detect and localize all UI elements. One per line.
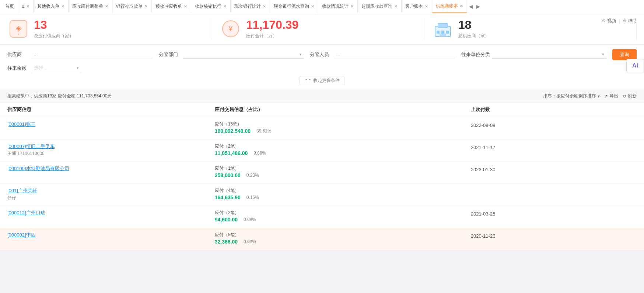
close-icon[interactable]: ✕ [394, 4, 398, 9]
nav-tab-customer[interactable]: 客户账本 ✕ [402, 0, 432, 13]
person-label: 分管人员 [310, 51, 332, 58]
nav-tab-cash-bank-stats[interactable]: 现金银行统计 ✕ [231, 0, 270, 13]
dept-label: 分管部门 [159, 51, 181, 58]
trans-label: 应付（2笔） [215, 210, 463, 216]
nav-tab-collection-stats[interactable]: 收款情况统计 ✕ [318, 0, 358, 13]
trans-pct: 9.89% [253, 151, 266, 156]
nav-tab-bank-deposit[interactable]: 银行存取款单 ✕ [112, 0, 152, 13]
table-row: [000012]广州贝瑞 应付（2笔） 94,600.00 0.08% 2021… [0, 206, 644, 228]
ap-suppliers-icon: ◈ ¥ [7, 18, 29, 40]
sort-select[interactable]: 排序：按应付余额倒序排序 ▾ [543, 93, 600, 99]
table-rows: [000001]张三 应付（15笔） 100,092,540.00 89.61%… [0, 117, 644, 250]
nav-tab-cash-bank-flow[interactable]: 现金银行流水查询 ✕ [270, 0, 318, 13]
total-suppliers-number: 18 [458, 18, 489, 31]
transaction-cell: 应付（4笔） 164,635.90 0.15% [215, 187, 463, 200]
refresh-button[interactable]: ↺ 刷新 [623, 93, 637, 99]
last-payment-cell: 2020-11-20 [463, 232, 637, 239]
ai-panel: Ai [626, 59, 644, 72]
query-button[interactable]: 查询 [612, 49, 637, 60]
supplier-link[interactable]: [000100]本特勤油品有限公司 [7, 166, 69, 171]
help-link[interactable]: ⊙ 帮助 [623, 18, 637, 24]
nav-tab-home[interactable]: 首页 [1, 0, 18, 13]
last-payment-cell: 2023-01-30 [463, 165, 637, 172]
filter-unit-type: 往来单位分类 ▾ [461, 51, 607, 59]
close-icon[interactable]: ✕ [61, 4, 64, 9]
nav-next-arrow[interactable]: ▶ [475, 0, 482, 13]
col-header-supplier: 供应商信息 [7, 106, 215, 113]
close-icon[interactable]: ✕ [26, 4, 29, 9]
filter-row-2: 往来余额 选择... ▾ [7, 63, 637, 73]
nav-tab-supplier[interactable]: 供应商账本 ✕ [432, 0, 467, 13]
top-right-links: ⊙ 视频 | ⊙ 帮助 [602, 18, 637, 24]
result-bar: 搜索结果中，供应商13家 应付金额 111,703,854.00元 排序：按应付… [0, 90, 644, 103]
sort-label: 排序：按应付余额倒序排序 [543, 93, 596, 99]
nav-tab-ap-adjustment[interactable]: 应收应付调整单 ✕ [69, 0, 112, 13]
transaction-cell: 应付（2笔） 11,051,486.00 9.89% [215, 143, 463, 156]
supplier-link[interactable]: [000002]李四 [7, 232, 36, 238]
supplier-link[interactable]: [000007]恒旺二手叉车 [7, 144, 55, 149]
svg-rect-7 [437, 31, 440, 34]
svg-rect-10 [440, 34, 446, 37]
svg-text:¥: ¥ [228, 25, 233, 32]
stat-block-ap-amount: ¥ 11,170.39 应付合计（万） [212, 18, 424, 40]
total-suppliers-info: 18 总供应商（家） [458, 18, 489, 39]
ap-amount-label: 应付合计（万） [246, 33, 298, 39]
supplier-label: 供应商 [7, 51, 29, 58]
trans-amount: 258,000.00 [215, 172, 241, 178]
filter-person: 分管人员 [310, 50, 455, 59]
nav-tab-3[interactable]: ≡ ✕ [18, 0, 34, 13]
col-header-last-payment: 上次付数 [463, 106, 637, 113]
trans-amount: 94,600.00 [215, 217, 238, 223]
video-link[interactable]: ⊙ 视频 [602, 18, 616, 24]
filter-row-1: 供应商 分管部门 ▾ 分管人员 往来单位分类 ▾ [7, 49, 637, 60]
ap-amount-number: 11,170.39 [246, 18, 298, 31]
ap-suppliers-number: 13 [34, 18, 74, 31]
close-icon[interactable]: ✕ [263, 4, 266, 9]
filter-balance: 往来余额 选择... ▾ [7, 63, 81, 73]
export-button[interactable]: ↗ 导出 [604, 93, 618, 99]
transaction-cell: 应付（1笔） 258,000.00 0.23% [215, 165, 463, 178]
last-payment-cell: 2021-03-25 [463, 210, 637, 217]
close-icon[interactable]: ✕ [184, 4, 187, 9]
nav-tab-overdue[interactable]: 超期应收款查询 ✕ [358, 0, 402, 13]
export-icon: ↗ [604, 94, 608, 99]
trans-label: 应付（2笔） [215, 143, 463, 149]
trans-amount: 164,635.90 [215, 194, 241, 200]
balance-select[interactable]: 选择... ▾ [32, 63, 81, 73]
close-icon[interactable]: ✕ [460, 4, 463, 8]
svg-text:¥: ¥ [17, 32, 20, 36]
close-icon[interactable]: ✕ [350, 4, 354, 9]
person-input[interactable] [334, 50, 455, 59]
supplier-input[interactable] [32, 50, 153, 59]
close-icon[interactable]: ✕ [311, 4, 314, 9]
dept-select[interactable]: ▾ [183, 51, 304, 59]
ai-button[interactable]: Ai [632, 62, 638, 69]
trans-pct: 89.61% [256, 128, 272, 134]
supplier-link[interactable]: [000001]张三 [7, 121, 36, 127]
trans-label: 应付（4笔） [215, 187, 463, 194]
nav-tab-collection[interactable]: 收款核销执行 ✕ [191, 0, 231, 13]
collapse-button[interactable]: ⌃⌃ 收起更多条件 [300, 76, 344, 85]
chevron-down-icon: ▾ [77, 66, 79, 70]
last-payment-cell: 2021-11-17 [463, 143, 637, 150]
chevron-down-icon: ▾ [598, 94, 600, 99]
close-icon[interactable]: ✕ [425, 4, 428, 9]
ap-amount-icon: ¥ [220, 18, 242, 40]
result-right: 排序：按应付余额倒序排序 ▾ ↗ 导出 ↺ 刷新 [543, 93, 637, 99]
close-icon[interactable]: ✕ [223, 4, 227, 9]
nav-tab-advance[interactable]: 预收冲应收单 ✕ [152, 0, 191, 13]
total-suppliers-icon [432, 18, 454, 40]
supplier-link[interactable]: [000012]广州贝瑞 [7, 210, 45, 216]
supplier-link[interactable]: [001]广州荣轩 [7, 188, 37, 193]
nav-tab-other-income[interactable]: 其他收入单 ✕ [34, 0, 69, 13]
svg-text:◈: ◈ [16, 24, 22, 32]
supplier-sub: 王通 17106110000 [7, 151, 215, 157]
supplier-sub: 仔仔 [7, 195, 215, 201]
close-icon[interactable]: ✕ [144, 4, 148, 9]
close-icon[interactable]: ✕ [105, 4, 108, 9]
unit-type-select[interactable]: ▾ [492, 51, 607, 59]
stats-bar: ◈ ¥ 13 总应付供应商（家） ¥ 11,170.39 应付合计（万） [0, 13, 644, 45]
col-header-transaction: 应付交易信息（占比） [215, 106, 463, 113]
trans-amount: 32,366.00 [215, 239, 238, 245]
nav-prev-arrow[interactable]: ◀ [467, 0, 475, 13]
